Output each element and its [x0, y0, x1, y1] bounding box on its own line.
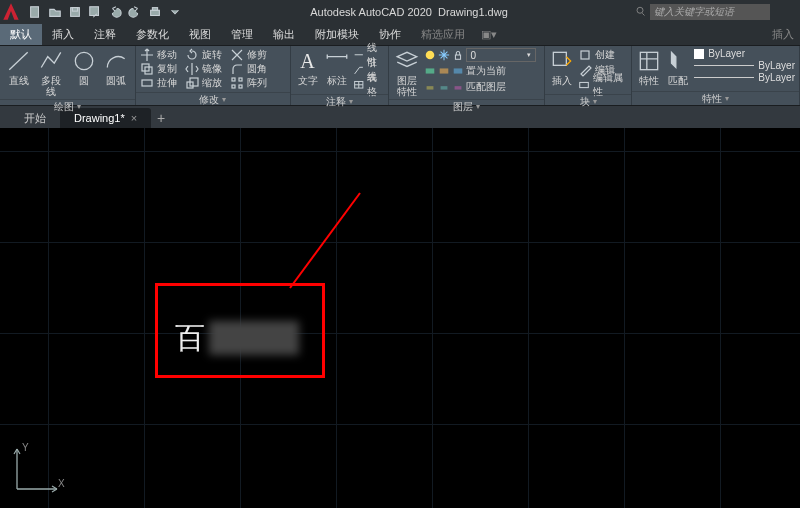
linetype-preview [694, 65, 754, 66]
close-tab-icon[interactable]: × [131, 112, 137, 124]
arrow-annotation [280, 188, 380, 298]
app-logo[interactable] [0, 1, 22, 23]
tab-insert[interactable]: 插入 [42, 24, 84, 45]
insert-icon [549, 48, 575, 74]
qat-open-icon[interactable] [46, 3, 64, 21]
tab-manage[interactable]: 管理 [221, 24, 263, 45]
tool-move[interactable]: 移动 [140, 48, 177, 62]
lineweight-bylayer[interactable]: ByLayer [694, 72, 795, 83]
layer-freeze-icon[interactable] [438, 48, 450, 62]
tool-mirror[interactable]: 镜像 [185, 62, 222, 76]
svg-rect-12 [232, 78, 235, 81]
layer-misc3-icon[interactable] [452, 64, 464, 78]
svg-rect-18 [455, 55, 460, 59]
panel-annotate-title[interactable]: 注释▾ [291, 94, 388, 108]
tab-annotate[interactable]: 注释 [84, 24, 126, 45]
scale-icon [185, 76, 199, 90]
leader-icon [353, 63, 365, 77]
svg-rect-20 [439, 68, 448, 73]
dim-icon [324, 48, 350, 74]
layer-misc4-icon[interactable] [424, 80, 436, 94]
stretch-icon [140, 76, 154, 90]
line-icon [6, 48, 32, 74]
qat-save-icon[interactable] [66, 3, 84, 21]
tool-line[interactable]: 直线 [4, 48, 34, 86]
layer-misc5-icon[interactable] [438, 80, 450, 94]
qat-dropdown-icon[interactable] [166, 3, 184, 21]
right-insert[interactable]: 插入 [766, 27, 800, 42]
tool-edit-attr[interactable]: 编辑属性 [578, 78, 627, 92]
tab-addins[interactable]: 附加模块 [305, 24, 369, 45]
tool-stretch[interactable]: 拉伸 [140, 76, 177, 90]
qat-plot-icon[interactable] [146, 3, 164, 21]
lineweight-preview [694, 77, 754, 78]
mirror-icon [185, 62, 199, 76]
tool-polyline[interactable]: 多段线 [37, 48, 67, 97]
svg-rect-2 [72, 8, 77, 12]
tool-text[interactable]: A文字 [295, 48, 321, 86]
panel-draw-title[interactable]: 绘图▾ [0, 99, 135, 113]
tab-output[interactable]: 输出 [263, 24, 305, 45]
color-bylayer[interactable]: ByLayer [694, 48, 795, 59]
tool-trim[interactable]: 修剪 [230, 48, 267, 62]
layer-lock-icon[interactable] [452, 48, 464, 62]
array-icon [230, 76, 244, 90]
props-icon [636, 48, 662, 74]
tab-overflow-icon[interactable]: ▣▾ [475, 24, 503, 45]
tool-arc[interactable]: 圆弧 [102, 48, 132, 86]
tab-default[interactable]: 默认 [0, 24, 42, 45]
add-tab-button[interactable]: + [151, 108, 171, 128]
svg-rect-0 [31, 7, 39, 18]
ucs-icon: Y X [12, 444, 62, 498]
tab-view[interactable]: 视图 [179, 24, 221, 45]
search-input[interactable]: 键入关键字或短语 [650, 4, 770, 20]
layer-misc6-icon[interactable] [452, 80, 464, 94]
tool-insert-block[interactable]: 插入 [549, 48, 575, 86]
panel-modify-title[interactable]: 修改▾ [136, 92, 290, 106]
qat-new-icon[interactable] [26, 3, 44, 21]
layer-misc1-icon[interactable] [424, 64, 436, 78]
panel-block-title[interactable]: 块▾ [545, 94, 631, 108]
tool-copy[interactable]: 复制 [140, 62, 177, 76]
tool-table[interactable]: 表格 [353, 78, 384, 92]
match-icon [665, 48, 691, 74]
layer-dropdown[interactable]: 0▾ [466, 48, 536, 62]
editattr-icon [578, 78, 590, 92]
qat-undo-icon[interactable] [106, 3, 124, 21]
rotate-icon [185, 48, 199, 62]
tool-scale[interactable]: 缩放 [185, 76, 222, 90]
svg-rect-23 [581, 51, 589, 59]
svg-rect-13 [239, 78, 242, 81]
qat-saveas-icon[interactable] [86, 3, 104, 21]
tool-match[interactable]: 匹配 [665, 48, 691, 86]
tool-props[interactable]: 特性 [636, 48, 662, 86]
fillet-icon [230, 62, 244, 76]
svg-rect-21 [453, 68, 462, 73]
tool-dim[interactable]: 标注 [324, 48, 350, 86]
copy-icon [140, 62, 154, 76]
tool-fillet[interactable]: 圆角 [230, 62, 267, 76]
tool-layerprops[interactable]: 图层 特性 [393, 48, 421, 97]
tool-setcurrent[interactable]: 置为当前 [466, 64, 506, 78]
tab-parametric[interactable]: 参数化 [126, 24, 179, 45]
tool-circle[interactable]: 圆 [69, 48, 99, 86]
svg-rect-25 [641, 52, 658, 69]
svg-rect-3 [90, 7, 99, 16]
text-icon: A [295, 48, 321, 74]
linetype-bylayer[interactable]: ByLayer [694, 60, 795, 71]
tab-featured[interactable]: 精选应用 [411, 24, 475, 45]
tool-matchlayer[interactable]: 匹配图层 [466, 80, 506, 94]
qat-redo-icon[interactable] [126, 3, 144, 21]
layer-state-icon[interactable] [424, 48, 436, 62]
layer-misc2-icon[interactable] [438, 64, 450, 78]
tool-array[interactable]: 阵列 [230, 76, 267, 90]
svg-line-26 [290, 193, 360, 288]
panel-props-title[interactable]: 特性▾ [632, 91, 799, 105]
svg-rect-14 [232, 85, 235, 88]
tool-rotate[interactable]: 旋转 [185, 48, 222, 62]
svg-rect-19 [425, 68, 434, 73]
drawing-canvas[interactable]: 百 Y X [0, 128, 800, 508]
tool-create-block[interactable]: 创建 [578, 48, 627, 62]
editblock-icon [578, 63, 592, 77]
panel-layer-title[interactable]: 图层▾ [389, 99, 544, 113]
